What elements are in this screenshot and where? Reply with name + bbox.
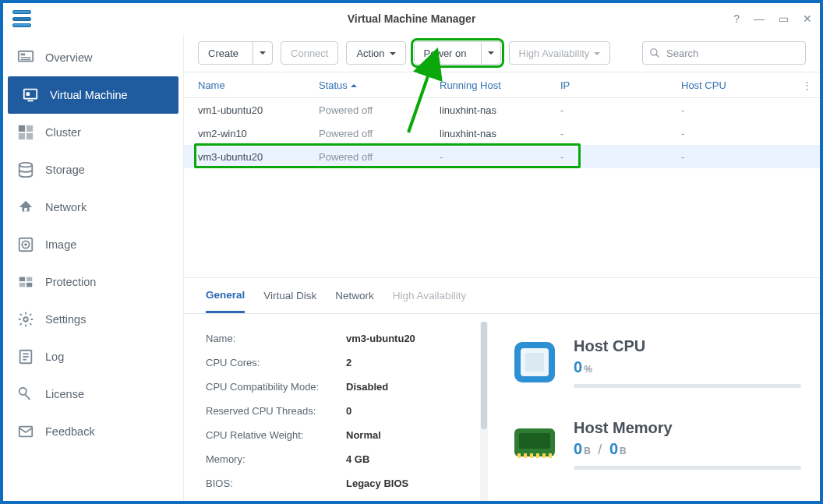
toolbar: Create Connect Action Power on High Avai… xyxy=(184,34,820,72)
col-host-cpu[interactable]: Host CPU xyxy=(681,79,802,91)
sidebar-label: Feedback xyxy=(45,425,95,438)
svg-rect-39 xyxy=(549,453,552,458)
connect-button[interactable]: Connect xyxy=(281,41,338,65)
svg-rect-1 xyxy=(21,54,25,56)
svg-rect-10 xyxy=(26,133,33,139)
svg-rect-5 xyxy=(27,100,33,101)
svg-rect-2 xyxy=(21,57,31,58)
svg-rect-19 xyxy=(26,283,32,287)
chevron-down-icon[interactable] xyxy=(481,42,500,64)
svg-point-11 xyxy=(19,163,33,167)
window-title: Virtual Machine Manager xyxy=(3,12,820,25)
app-window: Virtual Machine Manager ? — ▭ ✕ Overview… xyxy=(0,0,823,504)
svg-rect-16 xyxy=(19,277,25,282)
stats: Host CPU 0% xyxy=(491,322,820,501)
search-input[interactable] xyxy=(665,47,799,60)
sidebar-label: Protection xyxy=(45,276,96,288)
action-label: Action xyxy=(356,48,384,59)
svg-rect-38 xyxy=(542,453,546,458)
storage-icon xyxy=(17,161,34,178)
scrollbar[interactable] xyxy=(480,322,488,501)
tab-high-availability: High Availability xyxy=(393,278,466,313)
tab-network[interactable]: Network xyxy=(335,278,374,313)
sidebar-label: Storage xyxy=(45,164,85,176)
sidebar-label: Network xyxy=(45,201,87,213)
sidebar-label: Log xyxy=(45,351,64,363)
col-status[interactable]: Status xyxy=(319,79,440,91)
sort-asc-icon xyxy=(351,79,357,91)
chevron-down-icon[interactable] xyxy=(253,42,272,64)
sidebar-item-log[interactable]: Log xyxy=(3,338,183,375)
stat-host-memory: Host Memory 0B / 0B xyxy=(510,419,801,470)
ha-label: High Availability xyxy=(519,48,590,59)
sidebar-item-image[interactable]: Image xyxy=(3,226,183,263)
chevron-down-icon xyxy=(390,48,396,59)
sidebar-item-cluster[interactable]: Cluster xyxy=(3,114,183,151)
license-icon xyxy=(17,386,34,403)
col-running-host[interactable]: Running Host xyxy=(440,79,560,91)
svg-rect-34 xyxy=(517,453,521,458)
sidebar-item-overview[interactable]: Overview xyxy=(3,39,183,76)
create-button[interactable]: Create xyxy=(198,41,273,65)
overview-icon xyxy=(17,49,34,66)
svg-rect-9 xyxy=(19,133,25,139)
cluster-icon xyxy=(17,124,34,141)
svg-rect-18 xyxy=(19,283,25,287)
tabs: General Virtual Disk Network High Availa… xyxy=(184,278,820,314)
svg-rect-3 xyxy=(21,59,31,60)
image-icon xyxy=(17,236,34,253)
feedback-icon xyxy=(17,423,34,440)
svg-rect-35 xyxy=(524,453,527,458)
power-on-button[interactable]: Power on xyxy=(414,41,501,65)
action-button[interactable]: Action xyxy=(346,41,405,65)
chevron-down-icon xyxy=(594,48,600,59)
stat-value: 0B / 0B xyxy=(574,440,801,458)
table-row[interactable]: vm2-win10 Powered off linuxhint-nas - - xyxy=(184,122,820,145)
main: Create Connect Action Power on High Avai… xyxy=(184,34,820,501)
virtual-machine-icon xyxy=(22,86,39,104)
progress-bar xyxy=(574,384,801,388)
sidebar-item-settings[interactable]: Settings xyxy=(3,301,183,338)
svg-point-20 xyxy=(23,317,28,322)
stat-title: Host Memory xyxy=(574,419,801,437)
sidebar-item-network[interactable]: Network xyxy=(3,189,183,226)
tab-general[interactable]: General xyxy=(206,278,245,313)
svg-point-15 xyxy=(24,243,27,246)
high-availability-button[interactable]: High Availability xyxy=(509,41,611,65)
stat-title: Host CPU xyxy=(574,337,801,355)
sidebar-item-virtual-machine[interactable]: Virtual Machine xyxy=(8,76,178,114)
vm-table: Name Status Running Host IP Host CPU ⋮ v… xyxy=(184,72,820,168)
tab-virtual-disk[interactable]: Virtual Disk xyxy=(263,278,316,313)
sidebar-label: License xyxy=(45,388,84,400)
svg-rect-31 xyxy=(525,353,544,372)
sidebar-item-license[interactable]: License xyxy=(3,375,183,413)
search-icon xyxy=(649,48,660,58)
log-icon xyxy=(17,348,34,365)
sidebar-label: Cluster xyxy=(45,126,81,139)
network-icon xyxy=(17,199,34,216)
svg-rect-36 xyxy=(530,453,533,458)
connect-label: Connect xyxy=(291,48,328,59)
sidebar-item-feedback[interactable]: Feedback xyxy=(3,413,183,450)
columns-options-icon[interactable]: ⋮ xyxy=(802,79,818,91)
svg-rect-37 xyxy=(536,453,539,458)
sidebar-item-storage[interactable]: Storage xyxy=(3,151,183,189)
svg-rect-8 xyxy=(26,125,33,132)
table-header: Name Status Running Host IP Host CPU ⋮ xyxy=(184,72,820,98)
scroll-thumb[interactable] xyxy=(481,322,487,429)
table-row[interactable]: vm1-ubuntu20 Powered off linuxhint-nas -… xyxy=(184,98,820,122)
svg-rect-33 xyxy=(519,433,550,449)
svg-point-25 xyxy=(19,388,26,395)
sidebar: Overview Virtual Machine Cluster Storage… xyxy=(3,34,184,501)
create-label: Create xyxy=(199,42,248,64)
search-box[interactable] xyxy=(642,41,806,65)
sidebar-label: Virtual Machine xyxy=(50,89,128,101)
svg-rect-4 xyxy=(24,90,37,99)
settings-icon xyxy=(17,311,34,328)
sidebar-item-protection[interactable]: Protection xyxy=(3,263,183,301)
col-name[interactable]: Name xyxy=(198,79,319,91)
svg-rect-17 xyxy=(26,277,32,282)
cpu-icon xyxy=(510,337,560,387)
table-row-selected[interactable]: vm3-ubuntu20 Powered off - - - xyxy=(184,145,820,168)
col-ip[interactable]: IP xyxy=(560,79,681,91)
